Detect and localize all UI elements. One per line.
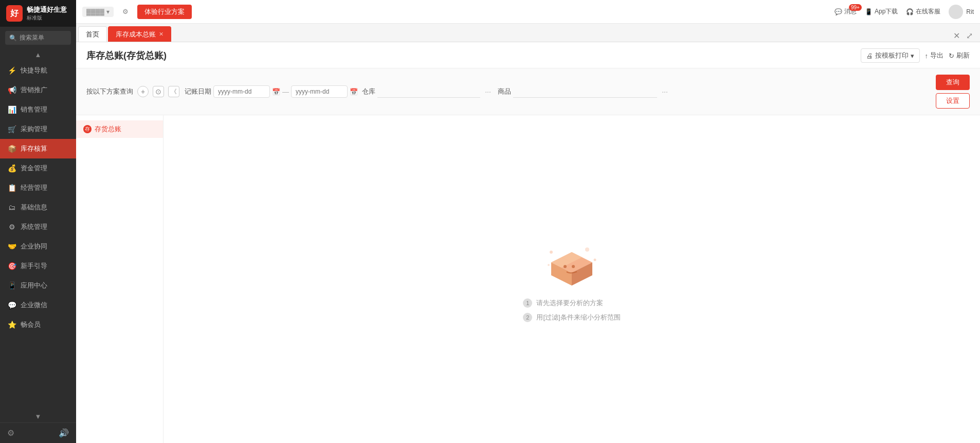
setting-btn[interactable]: 设置	[936, 93, 970, 109]
warehouse-input[interactable]	[377, 86, 480, 98]
refresh-icon: ↻	[949, 52, 954, 60]
tab-close-icon[interactable]: ✕	[159, 31, 164, 38]
finance-label: 资金管理	[21, 164, 47, 173]
sidebar-nav: ⚡ 快捷导航 📢 营销推广 📊 销售管理 🛒 采购管理 📦 库存核算 💰 资金管…	[0, 61, 76, 411]
tab-panel-expand-btn[interactable]: ⤢	[963, 30, 976, 42]
operations-icon: 📋	[7, 183, 16, 192]
topbar-settings-btn[interactable]: ⚙	[118, 4, 133, 20]
system-label: 系统管理	[21, 222, 47, 232]
goods-input[interactable]	[513, 86, 657, 98]
sidebar-item-vip[interactable]: ⭐ 畅会员	[0, 315, 76, 334]
sidebar-item-operations[interactable]: 📋 经营管理	[0, 178, 76, 198]
calendar-to-icon[interactable]: 📅	[350, 88, 358, 96]
print-label: 按模板打印	[875, 51, 909, 60]
page-header: 库存总账(存货总账) 🖨 按模板打印 ▾ ↑ 导出 ↻ 刷新	[76, 42, 980, 68]
scroll-up-btn[interactable]: ▲	[0, 49, 76, 61]
finance-icon: 💰	[7, 164, 16, 173]
scheme-sidebar: 存 存货总账	[76, 115, 164, 443]
warehouse-more-btn[interactable]: ···	[482, 86, 494, 97]
query-btn[interactable]: 查询	[936, 75, 970, 90]
corp-icon: 🤝	[7, 242, 16, 251]
right-buttons: 查询 设置	[936, 75, 970, 109]
sales-label: 销售管理	[21, 105, 47, 114]
inventory-label: 库存核算	[21, 144, 47, 153]
scheme-label: 存货总账	[95, 125, 121, 134]
print-btn[interactable]: 🖨 按模板打印 ▾	[861, 48, 920, 63]
sidebar-item-guide[interactable]: 🎯 新手引导	[0, 256, 76, 276]
tab-home[interactable]: 首页	[78, 26, 107, 42]
sidebar-item-purchase[interactable]: 🛒 采购管理	[0, 119, 76, 139]
topbar-settings-icon: ⚙	[122, 8, 129, 15]
filter-set-btn[interactable]: ⊙	[153, 86, 164, 97]
message-action[interactable]: 💬 消息 99+	[834, 7, 857, 16]
message-badge: 99+	[849, 4, 862, 11]
user-selector[interactable]: ▓▓▓▓ ▾	[82, 7, 114, 17]
scheme-icon: 存	[83, 125, 92, 133]
sidebar-item-sales[interactable]: 📊 销售管理	[0, 100, 76, 119]
inventory-icon: 📦	[7, 144, 16, 153]
refresh-label: 刷新	[956, 51, 970, 60]
footer-settings-icon[interactable]: ⚙	[7, 428, 14, 438]
app-download-action[interactable]: 📱 App下载	[865, 7, 898, 16]
guide-icon: 🎯	[7, 261, 16, 271]
wechat-label: 企业微信	[21, 300, 47, 310]
empty-tips: 1 请先选择要分析的方案 2 用[过滤]条件来缩小分析范围	[523, 298, 620, 322]
base-icon: 🗂	[7, 203, 16, 212]
date-separator: —	[282, 88, 289, 96]
export-btn[interactable]: ↑ 导出	[925, 51, 944, 60]
tabbar: 首页 库存成本总账 ✕ ✕ ⤢	[76, 24, 980, 42]
online-service-action[interactable]: 🎧 在线客服	[906, 7, 940, 16]
sidebar-item-finance[interactable]: 💰 资金管理	[0, 158, 76, 178]
base-label: 基础信息	[21, 203, 47, 212]
footer-sound-icon[interactable]: 🔊	[59, 428, 69, 438]
export-icon: ↑	[925, 52, 929, 60]
industry-btn[interactable]: 体验行业方案	[137, 5, 192, 19]
sales-icon: 📊	[7, 105, 16, 114]
goods-field: 商品 ···	[498, 86, 670, 98]
corp-label: 企业协同	[21, 242, 47, 251]
operations-label: 经营管理	[21, 183, 47, 192]
sidebar-item-base[interactable]: 🗂 基础信息	[0, 198, 76, 217]
tip-1: 1 请先选择要分析的方案	[523, 298, 620, 308]
date-field: 记账日期 📅 — 📅	[185, 85, 358, 98]
sidebar-item-system[interactable]: ⚙ 系统管理	[0, 217, 76, 237]
sidebar-item-quicknav[interactable]: ⚡ 快捷导航	[0, 61, 76, 80]
vip-label: 畅会员	[21, 320, 41, 329]
user-avatar	[949, 5, 963, 19]
goods-more-btn[interactable]: ···	[659, 86, 670, 97]
sidebar-item-corp[interactable]: 🤝 企业协同	[0, 237, 76, 256]
tab-inventory-ledger[interactable]: 库存成本总账 ✕	[108, 26, 171, 42]
marketing-label: 营销推广	[21, 85, 47, 95]
tab-panel-close-btn[interactable]: ✕	[950, 30, 963, 42]
sidebar-item-wechat[interactable]: 💬 企业微信	[0, 295, 76, 315]
system-icon: ⚙	[7, 222, 16, 232]
filter-panel: 按以下方案查询 + ⊙ 《 记账日期 📅 — 📅	[76, 68, 980, 115]
app-edition: 标准版	[27, 14, 67, 21]
scheme-item-inventory-ledger[interactable]: 存 存货总账	[76, 120, 163, 138]
date-to-input[interactable]	[291, 85, 348, 98]
sidebar-item-appstore[interactable]: 📱 应用中心	[0, 276, 76, 295]
tip-1-text: 请先选择要分析的方案	[536, 298, 603, 308]
home-tab-label: 首页	[86, 30, 99, 39]
svg-point-7	[550, 251, 553, 254]
user-name: Rit	[966, 8, 974, 15]
export-label: 导出	[930, 51, 943, 60]
sidebar-item-inventory[interactable]: 📦 库存核算	[0, 139, 76, 158]
filter-collapse-btn[interactable]: 《	[168, 86, 179, 97]
filter-add-btn[interactable]: +	[137, 86, 149, 97]
tip-2-num: 2	[523, 313, 532, 322]
svg-point-9	[593, 258, 596, 261]
message-icon: 💬	[834, 8, 842, 15]
scroll-down-btn[interactable]: ▼	[0, 411, 76, 422]
search-menu[interactable]: 🔍 搜索菜单	[5, 31, 71, 45]
topbar-right: 💬 消息 99+ 📱 App下载 🎧 在线客服 Rit	[834, 5, 974, 19]
user-menu[interactable]: Rit	[949, 5, 974, 19]
topbar-left: ▓▓▓▓ ▾ ⚙ 体验行业方案	[82, 4, 830, 20]
calendar-from-icon[interactable]: 📅	[272, 88, 280, 96]
svg-point-10	[548, 264, 550, 266]
svg-point-8	[585, 247, 589, 252]
sidebar-item-marketing[interactable]: 📢 营销推广	[0, 80, 76, 100]
date-from-input[interactable]	[213, 85, 270, 98]
tip-2-text: 用[过滤]条件来缩小分析范围	[536, 313, 620, 322]
refresh-btn[interactable]: ↻ 刷新	[949, 51, 970, 60]
